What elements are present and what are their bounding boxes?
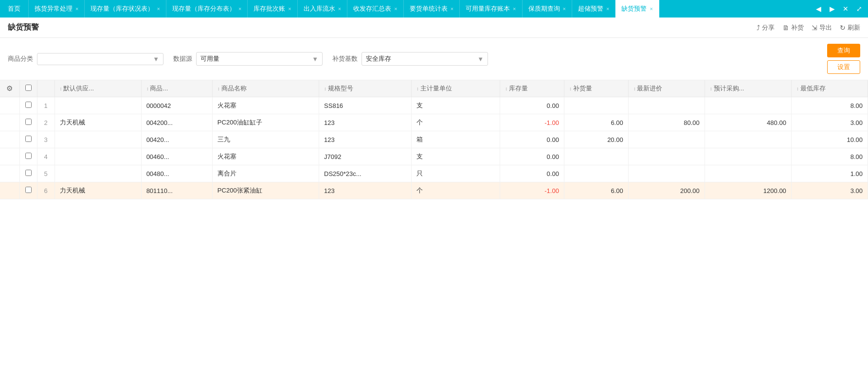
tab-overstock[interactable]: 超储预警 × xyxy=(572,0,615,18)
row-estimated-purchase xyxy=(705,165,791,182)
category-select[interactable]: ▼ xyxy=(37,53,163,65)
tab-order-stats[interactable]: 要货单统计表 × xyxy=(404,0,460,18)
gear-icon[interactable]: ⚙ xyxy=(6,84,13,93)
close-icon[interactable]: × xyxy=(451,6,453,12)
row-unit: 箱 xyxy=(411,131,500,148)
nav-maximize-button[interactable]: ⤢ xyxy=(852,2,866,16)
settings-button[interactable]: 设置 xyxy=(827,60,860,74)
row-spec: J7092 xyxy=(319,148,412,165)
tab-home[interactable]: 首页 xyxy=(0,0,29,18)
row-checkbox[interactable] xyxy=(25,136,32,142)
replenish-base-select-value: 安全库存 xyxy=(366,54,391,63)
row-number: 5 xyxy=(37,165,54,182)
tab-batch-account[interactable]: 库存批次账 × xyxy=(248,0,297,18)
refresh-icon: ↻ xyxy=(840,24,846,32)
export-label: 导出 xyxy=(819,23,832,32)
row-checkbox-cell[interactable] xyxy=(19,148,37,165)
col-default-supplier[interactable]: 默认供应... xyxy=(54,80,141,97)
row-checkbox-cell[interactable] xyxy=(19,165,37,182)
tab-stockout[interactable]: 缺货预警 × xyxy=(615,0,659,18)
row-supplier xyxy=(54,131,141,148)
tab-inventory-status[interactable]: 现存量（库存状况表） × xyxy=(85,0,166,18)
row-checkbox-cell[interactable] xyxy=(19,114,37,131)
tab-inventory-status-label: 现存量（库存状况表） xyxy=(90,4,154,13)
row-estimated-purchase xyxy=(705,131,791,148)
datasource-select[interactable]: 可用量 ▼ xyxy=(196,52,323,66)
tab-order-stats-label: 要货单统计表 xyxy=(410,4,448,13)
close-icon[interactable]: × xyxy=(650,6,652,12)
category-filter-label: 商品分类 xyxy=(8,54,33,63)
refresh-button[interactable]: ↻ 刷新 xyxy=(840,23,860,32)
filter-actions: 查询 设置 xyxy=(827,44,860,74)
tab-stockout-label: 缺货预警 xyxy=(621,4,647,13)
table-body: 1 0000042 火花塞 SS816 支 0.00 8.00 2 力天机械 0… xyxy=(0,97,868,199)
row-supplier xyxy=(54,97,141,114)
col-replenish-qty[interactable]: 补货量 xyxy=(564,80,628,97)
row-checkbox[interactable] xyxy=(25,102,32,108)
replenish-base-filter-label: 补货基数 xyxy=(332,54,358,63)
tab-inventory-dist[interactable]: 现存量（库存分布表） × xyxy=(166,0,248,18)
page-header: 缺货预警 ⤴ 分享 🗎 补货 ⇲ 导出 ↻ 刷新 xyxy=(0,18,868,38)
row-replenish-qty: 6.00 xyxy=(564,182,628,199)
close-icon[interactable]: × xyxy=(563,6,566,12)
row-checkbox[interactable] xyxy=(25,170,32,176)
select-all-checkbox[interactable] xyxy=(25,85,32,91)
chevron-down-icon: ▼ xyxy=(153,55,159,63)
col-settings[interactable]: ⚙ xyxy=(0,80,19,97)
share-icon: ⤴ xyxy=(757,24,760,32)
row-estimated-purchase xyxy=(705,148,791,165)
table-header-row: ⚙ 默认供应... 商品... 商品名称 规格型号 主计量单位 库存量 补货量 … xyxy=(0,80,868,97)
row-latest-price xyxy=(628,97,705,114)
row-stock-qty: 0.00 xyxy=(500,97,564,114)
close-icon[interactable]: × xyxy=(338,6,341,12)
col-stock-qty[interactable]: 库存量 xyxy=(500,80,564,97)
header-actions: ⤴ 分享 🗎 补货 ⇲ 导出 ↻ 刷新 xyxy=(757,23,860,32)
col-estimated-purchase[interactable]: 预计采购... xyxy=(705,80,791,97)
col-min-stock[interactable]: 最低库存 xyxy=(791,80,868,97)
row-checkbox-cell[interactable] xyxy=(19,131,37,148)
row-spec: DS250*23c... xyxy=(319,165,412,182)
row-settings-cell xyxy=(0,182,19,199)
nav-prev-button[interactable]: ◀ xyxy=(812,2,825,16)
row-checkbox[interactable] xyxy=(25,153,32,159)
close-icon[interactable]: × xyxy=(513,6,516,12)
data-table: ⚙ 默认供应... 商品... 商品名称 规格型号 主计量单位 库存量 补货量 … xyxy=(0,80,868,199)
close-icon[interactable]: × xyxy=(606,6,609,12)
row-spec: 123 xyxy=(319,131,412,148)
tab-receive-summary[interactable]: 收发存汇总表 × xyxy=(347,0,403,18)
col-spec[interactable]: 规格型号 xyxy=(319,80,412,97)
col-unit[interactable]: 主计量单位 xyxy=(411,80,500,97)
col-product-code[interactable]: 商品... xyxy=(141,80,212,97)
export-button[interactable]: ⇲ 导出 xyxy=(812,23,832,32)
close-icon[interactable]: × xyxy=(75,6,78,12)
tab-expiry-query-label: 保质期查询 xyxy=(528,4,560,13)
row-checkbox[interactable] xyxy=(25,187,32,193)
close-icon[interactable]: × xyxy=(238,6,241,12)
col-checkbox[interactable] xyxy=(19,80,37,97)
replenish-button[interactable]: 🗎 补货 xyxy=(782,23,804,32)
col-product-name[interactable]: 商品名称 xyxy=(212,80,319,97)
query-button[interactable]: 查询 xyxy=(827,44,860,57)
replenish-base-filter-group: 补货基数 安全库存 ▼ xyxy=(332,52,488,66)
col-latest-price[interactable]: 最新进价 xyxy=(628,80,705,97)
nav-close-button[interactable]: ✕ xyxy=(839,2,852,16)
row-unit: 个 xyxy=(411,182,500,199)
row-supplier xyxy=(54,165,141,182)
share-button[interactable]: ⤴ 分享 xyxy=(757,23,775,32)
replenish-base-select[interactable]: 安全库存 ▼ xyxy=(362,52,488,66)
tab-exception[interactable]: 拣货异常处理 × xyxy=(29,0,85,18)
tab-inout-flow[interactable]: 出入库流水 × xyxy=(298,0,347,18)
close-icon[interactable]: × xyxy=(288,6,291,12)
close-icon[interactable]: × xyxy=(394,6,397,12)
nav-next-button[interactable]: ▶ xyxy=(825,2,839,16)
filter-bar: 商品分类 ▼ 数据源 可用量 ▼ 补货基数 安全库存 ▼ 查询 设置 xyxy=(0,38,868,80)
top-navigation: 首页 拣货异常处理 × 现存量（库存状况表） × 现存量（库存分布表） × 库存… xyxy=(0,0,868,18)
tab-expiry-query[interactable]: 保质期查询 × xyxy=(523,0,572,18)
row-checkbox[interactable] xyxy=(25,119,32,125)
row-checkbox-cell[interactable] xyxy=(19,182,37,199)
nav-controls: ◀ ▶ ✕ ⤢ xyxy=(812,2,868,16)
tab-available-ledger-label: 可用量库存账本 xyxy=(466,4,510,13)
close-icon[interactable]: × xyxy=(157,6,160,12)
row-checkbox-cell[interactable] xyxy=(19,97,37,114)
tab-available-ledger[interactable]: 可用量库存账本 × xyxy=(460,0,522,18)
